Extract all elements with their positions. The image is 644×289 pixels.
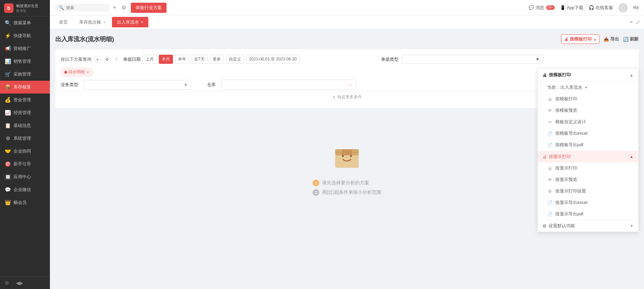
dropdown-item-display-settings[interactable]: ⚙ 按显示打印设置	[538, 185, 638, 197]
dropdown-item-template-custom[interactable]: ✏ 模板自定义设计	[538, 116, 638, 128]
date-btn-last-month[interactable]: 上月	[143, 55, 157, 64]
refresh-button[interactable]: 🔄 刷新	[623, 36, 639, 42]
content-area: 出入库流水(流水明细) 🖨 按模板打印 ▲ 📤 导出 🔄 刷新	[50, 29, 644, 289]
topbar-dropdown-arrow[interactable]: ▼	[113, 5, 117, 10]
sidebar-item-label: 应用中心	[13, 174, 31, 180]
filter-add-button[interactable]: +	[94, 56, 101, 63]
filter-collapse-button[interactable]: 《	[113, 56, 118, 62]
sidebar-item-app-center[interactable]: 🔲 应用中心	[0, 170, 50, 183]
topbar-search-box[interactable]: 🔍	[55, 4, 109, 11]
service-icon: 🎧	[589, 5, 594, 10]
svg-point-3	[342, 155, 344, 157]
sidebar-settings-button[interactable]: ⚙	[5, 280, 9, 286]
dropdown-item-display-print[interactable]: 🖨 按显示打印	[538, 162, 638, 174]
basics-icon: 📋	[5, 123, 11, 129]
sidebar-collapse-button[interactable]: ◀▶	[16, 280, 23, 286]
sidebar-item-cooperation[interactable]: 🤝 企业协同	[0, 145, 50, 158]
refresh-label: 刷新	[630, 36, 639, 42]
step-2-text: 用[过滤]条件来缩小分析范围	[322, 189, 381, 195]
collapse-label: 收起更多条件	[338, 94, 362, 100]
dropdown-collapse-arrow[interactable]: ▲	[629, 73, 634, 78]
sidebar-item-system[interactable]: ⚙ 系统管理	[0, 132, 50, 145]
tab-home[interactable]: 首页	[54, 17, 73, 27]
print-dropdown-panel: 🖨 按模板打印 ▲ 当前：出入库流水 ▼ 🖨 按模板打印	[537, 68, 639, 232]
display-section-header[interactable]: 🖨 按显示打印 ▲	[538, 151, 638, 162]
sidebar-item-operations[interactable]: 📈 经营管理	[0, 106, 50, 119]
trial-button[interactable]: 体验行业方案	[131, 3, 167, 13]
display-settings-icon: ⚙	[547, 188, 553, 194]
dropdown-item-display-excel[interactable]: 📄 按显示导出excel	[538, 197, 638, 208]
tab-flow[interactable]: 出入库流水 ×	[112, 17, 148, 27]
sidebar-item-quick-nav[interactable]: ⚡ 快捷导航	[0, 29, 50, 42]
flow-type-close[interactable]: ×	[87, 70, 89, 75]
biz-type-select[interactable]: ▼	[84, 80, 192, 90]
dropdown-item-template-pdf[interactable]: 📄 按模板导出pdf	[538, 139, 638, 151]
display-section-title: 🖨 按显示打印	[543, 154, 571, 160]
display-print-icon: 🖨	[543, 154, 547, 159]
tab-batch[interactable]: 库存批次账 ×	[74, 17, 111, 27]
message-button[interactable]: 💬 消息 99+	[529, 5, 555, 11]
sidebar-item-search[interactable]: 🔍 搜索菜单	[0, 17, 50, 29]
dropdown-item-template-print[interactable]: 🖨 按模板打印	[538, 93, 638, 105]
date-btn-this-year[interactable]: 本年	[175, 55, 189, 64]
online-service-button[interactable]: 🎧 在线客服	[589, 5, 613, 11]
sidebar-item-marketing[interactable]: 📢 营销推广	[0, 42, 50, 55]
sidebar-item-inventory[interactable]: 📦 库存核算	[0, 81, 50, 94]
service-label: 在线客服	[595, 5, 613, 11]
tab-flow-label: 出入库流水	[117, 19, 139, 25]
template-custom-icon: ✏	[547, 119, 553, 125]
tab-batch-close[interactable]: ×	[103, 20, 106, 24]
dropdown-footer-arrow: ▼	[630, 224, 634, 228]
page-title: 出入库流水(流水明细)	[55, 35, 114, 43]
sidebar-item-enterprise-wechat[interactable]: 💬 企业微信	[0, 183, 50, 196]
tab-expand-icon[interactable]: ⤢	[636, 19, 640, 25]
sidebar-item-basics[interactable]: 📋 基础信息	[0, 119, 50, 132]
sidebar-item-guide[interactable]: 🎯 新手引导	[0, 158, 50, 170]
sidebar-logo: b 畅捷通好生意 标准版	[0, 0, 50, 17]
sidebar-item-finance[interactable]: 💰 资金管理	[0, 94, 50, 106]
print-button[interactable]: 🖨 按模板打印 ▲	[561, 34, 599, 44]
sidebar-item-sales[interactable]: 📊 销售管理	[0, 55, 50, 68]
app-download-button[interactable]: 📱 App下载	[560, 5, 583, 11]
template-preview-icon: 👁	[547, 108, 553, 113]
sidebar-item-label: 销售管理	[13, 58, 31, 64]
sidebar-item-member[interactable]: 👑 畅会员	[0, 196, 50, 209]
dropdown-footer[interactable]: ⚙ 设置默认功能 ▼	[538, 220, 638, 232]
filter-gear-button[interactable]: ⚙	[104, 56, 110, 63]
sidebar-item-purchase[interactable]: 🛒 采购管理	[0, 68, 50, 81]
app-name: 畅捷通好生意 标准版	[16, 3, 38, 12]
dropdown-item-template-preview[interactable]: 👁 按模板预览	[538, 105, 638, 116]
flow-type-tag[interactable]: 流水明细 ×	[61, 68, 93, 76]
topbar-gear-icon[interactable]: ⚙	[121, 4, 126, 11]
search-input[interactable]	[66, 5, 100, 10]
date-btn-this-month[interactable]: 本月	[159, 55, 173, 64]
user-avatar[interactable]	[618, 3, 628, 12]
tab-flow-close[interactable]: ×	[141, 20, 143, 24]
tab-close-all-icon[interactable]: ×	[630, 19, 633, 25]
filter-label-text: 按以下方案查询	[61, 56, 91, 62]
voucher-type-select[interactable]: ▼	[402, 55, 544, 64]
dropdown-item-template-excel[interactable]: 📄 按模板导出excel	[538, 128, 638, 139]
username-label[interactable]: Rit	[633, 5, 639, 10]
operations-icon: 📈	[5, 110, 11, 116]
biz-type-label: 业务类型	[61, 82, 78, 88]
refresh-icon: 🔄	[623, 37, 628, 42]
date-btn-custom[interactable]: 自定义	[226, 55, 244, 64]
dropdown-title: 🖨 按模板打印	[543, 72, 571, 78]
export-button[interactable]: 📤 导出	[604, 36, 619, 42]
date-btn-last-7-days[interactable]: 近7天	[191, 55, 208, 64]
message-badge: 99+	[546, 5, 555, 10]
export-label: 导出	[610, 36, 619, 42]
date-range-picker[interactable]: 2023-06-01 至 2023-06-30	[246, 55, 300, 64]
dropdown-header: 🖨 按模板打印 ▲	[538, 69, 638, 82]
guide-icon: 🎯	[5, 161, 11, 167]
warehouse-select[interactable]: ···	[221, 80, 356, 90]
dropdown-current: 当前：出入库流水 ▼	[538, 82, 638, 93]
sidebar: b 畅捷通好生意 标准版 🔍 搜索菜单 ⚡ 快捷导航 📢 营销推广 📊 销售管理…	[0, 0, 50, 289]
set-default-label: ⚙ 设置默认功能	[543, 223, 575, 229]
tabs-right-actions: × ⤢	[630, 19, 640, 25]
date-btn-more[interactable]: 更多	[210, 55, 224, 64]
warehouse-more-icon[interactable]: ···	[348, 82, 352, 87]
dropdown-item-display-pdf[interactable]: 📄 按显示导出pdf	[538, 208, 638, 220]
dropdown-item-display-preview[interactable]: 👁 按显示预览	[538, 174, 638, 185]
